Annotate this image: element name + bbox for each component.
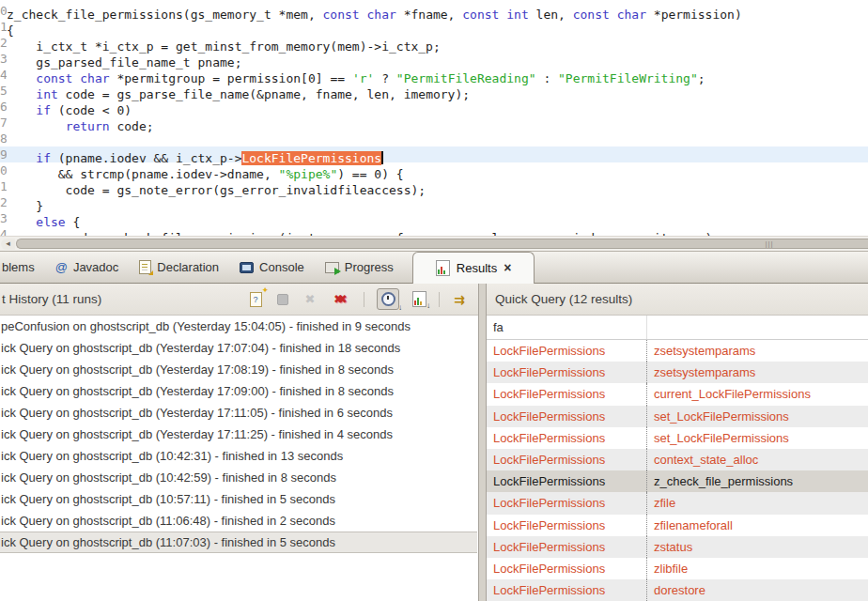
tab-progress[interactable]: Progress (325, 260, 394, 274)
query-history-item[interactable]: ick Query on ghostscript_db (Yesterday 1… (0, 380, 477, 402)
result-filter-row[interactable]: fa (487, 316, 868, 340)
quick-query-panel: Quick Query (12 results) fa LockFilePerm… (486, 284, 868, 601)
toolbar-separator (364, 292, 364, 307)
result-cell-variable[interactable]: LockFilePermissions (487, 383, 646, 405)
scroll-left-button[interactable]: ◂ (1, 239, 15, 250)
code-token: z_check_file_permissions(gs_memory_t *me… (7, 8, 323, 22)
declaration-icon (139, 260, 151, 274)
result-cell-function[interactable]: zsetsystemparams (646, 340, 868, 362)
result-cell-variable[interactable]: LockFilePermissions (487, 536, 646, 558)
result-cell-variable[interactable]: LockFilePermissions (487, 579, 646, 601)
query-history-item[interactable]: ick Query on ghostscript_db (11:06:48) -… (0, 510, 477, 532)
query-history-item[interactable]: ick Query on ghostscript_db (Yesterday 1… (0, 402, 477, 424)
result-row[interactable]: LockFilePermissionszlibfile (487, 558, 868, 579)
query-history-item[interactable]: ick Query on ghostscript_db (Yesterday 1… (0, 337, 477, 359)
query-history-item[interactable]: ick Query on ghostscript_db (11:07:03) -… (0, 532, 477, 553)
current-code-line[interactable]: 9 if (pname.iodev && i_ctx_p->LockFilePe… (0, 146, 868, 162)
code-token (610, 8, 617, 22)
result-cell-variable[interactable]: LockFilePermissions (487, 449, 646, 470)
link-with-editor-button[interactable]: ⇉ (452, 291, 467, 307)
result-row[interactable]: LockFilePermissionszfile (487, 492, 868, 514)
remove-all-runs-button[interactable]: ✖✖ (330, 291, 351, 307)
editor-horizontal-scrollbar[interactable]: ◂ ||| (0, 236, 868, 251)
new-query-button[interactable]: ? ✦ (248, 291, 263, 307)
result-cell-variable[interactable]: LockFilePermissions (487, 362, 646, 383)
result-cell-variable[interactable]: LockFilePermissions (487, 340, 646, 362)
result-cell-variable[interactable]: LockFilePermissions (487, 406, 646, 427)
scrollbar-thumb[interactable] (16, 239, 868, 249)
stop-query-button[interactable] (275, 291, 290, 307)
results-view: t History (11 runs) ? ✦ ✖ ✖✖ ↓ ↓ (0, 284, 868, 601)
line-number: 0 (0, 162, 7, 178)
remove-run-button[interactable]: ✖ (302, 291, 318, 307)
result-cell-function[interactable]: zstatus (646, 536, 868, 558)
code-line[interactable]: 0 && strcmp(pname.iodev->dname, "%pipe%"… (0, 162, 868, 178)
show-query-history-toggle[interactable]: ↓ (377, 288, 399, 310)
show-results-menu-button[interactable]: ↓ (411, 291, 426, 307)
result-row[interactable]: LockFilePermissionszsetsystemparams (487, 340, 868, 362)
result-cell-variable[interactable]: LockFilePermissions (487, 470, 646, 492)
tab-javadoc[interactable]: @ Javadoc (55, 260, 119, 274)
tab-problems[interactable]: blems (2, 260, 35, 274)
filter-input[interactable]: fa (487, 316, 647, 339)
code-token: const (462, 8, 499, 22)
query-history-item[interactable]: ick Query on ghostscript_db (10:57:11) -… (0, 488, 477, 510)
result-row[interactable]: LockFilePermissionsdorestore (487, 579, 868, 601)
result-cell-function[interactable]: dorestore (646, 579, 868, 601)
result-row[interactable]: LockFilePermissionsset_LockFilePermissio… (487, 427, 868, 449)
result-cell-variable[interactable]: LockFilePermissions (487, 558, 646, 579)
result-row[interactable]: LockFilePermissionscontext_state_alloc (487, 449, 868, 470)
tab-label: Console (259, 260, 304, 274)
result-cell-function[interactable]: context_state_alloc (646, 449, 868, 470)
result-cell-function[interactable]: zsetsystemparams (646, 362, 868, 383)
close-icon[interactable]: × (504, 261, 511, 274)
tab-declaration[interactable]: Declaration (139, 260, 219, 274)
panel-sash[interactable] (479, 284, 486, 601)
query-history-item[interactable]: ick Query on ghostscript_db (10:42:59) -… (0, 467, 477, 488)
tab-results[interactable]: Results × (412, 252, 535, 284)
code-line[interactable]: 5 int code = gs_parse_file_name(&pname, … (0, 83, 868, 99)
result-cell-function[interactable]: zfile (646, 492, 868, 514)
result-cell-function[interactable]: set_LockFilePermissions (646, 406, 868, 427)
result-cell-variable[interactable]: LockFilePermissions (487, 427, 646, 449)
line-number: 2 (0, 194, 7, 210)
stop-icon (277, 294, 288, 305)
code-token: char (617, 8, 646, 22)
code-line[interactable]: 1 code = gs_note_error(gs_error_invalidf… (0, 178, 868, 194)
code-line[interactable]: 0z_check_file_permissions(gs_memory_t *m… (0, 3, 868, 19)
code-token: const (573, 8, 610, 22)
quick-query-title: Quick Query (12 results) (487, 292, 632, 306)
result-row[interactable]: LockFilePermissionscurrent_LockFilePermi… (487, 383, 868, 405)
code-line[interactable]: 2 i_ctx_t *i_ctx_p = get_minst_from_memo… (0, 35, 868, 51)
code-token: len, (529, 8, 573, 22)
code-line[interactable]: 3 else { (0, 210, 868, 226)
tab-console[interactable]: Console (240, 260, 304, 274)
code-editor[interactable]: 0z_check_file_permissions(gs_memory_t *m… (0, 0, 868, 236)
code-line[interactable]: 4 const char *permitgroup = permission[0… (0, 67, 868, 83)
result-cell-function[interactable]: set_LockFilePermissions (646, 427, 868, 449)
query-history-item[interactable]: peConfusion on ghostscript_db (Yesterday… (0, 316, 477, 337)
filter-column-2[interactable] (647, 316, 868, 339)
result-row[interactable]: LockFilePermissionszstatus (487, 536, 868, 558)
code-line[interactable]: 4 code = check_file_permissions(i_ctx_p,… (0, 226, 868, 236)
line-number: 8 (0, 131, 7, 146)
query-history-item[interactable]: ick Query on ghostscript_db (10:42:31) -… (0, 445, 477, 467)
result-cell-function[interactable]: current_LockFilePermissions (646, 383, 868, 405)
line-number: 5 (0, 83, 7, 99)
query-history-item[interactable]: ick Query on ghostscript_db (Yesterday 1… (0, 359, 477, 380)
line-number: 9 (0, 146, 7, 162)
code-line[interactable]: 7 return code; (0, 115, 868, 131)
sparkle-icon: ✦ (261, 285, 269, 295)
result-cell-function[interactable]: zfilenameforall (646, 515, 868, 536)
result-row[interactable]: LockFilePermissionsz_check_file_permissi… (487, 470, 868, 492)
result-row[interactable]: LockFilePermissionszfilenameforall (487, 515, 868, 536)
result-cell-function[interactable]: z_check_file_permissions (646, 470, 868, 492)
result-row[interactable]: LockFilePermissionszsetsystemparams (487, 362, 868, 383)
chart-icon (412, 291, 426, 307)
query-history-panel: t History (11 runs) ? ✦ ✖ ✖✖ ↓ ↓ (0, 284, 479, 601)
result-cell-variable[interactable]: LockFilePermissions (487, 515, 646, 536)
result-row[interactable]: LockFilePermissionsset_LockFilePermissio… (487, 406, 868, 427)
result-cell-function[interactable]: zlibfile (646, 558, 868, 579)
query-history-item[interactable]: ick Query on ghostscript_db (Yesterday 1… (0, 424, 477, 445)
result-cell-variable[interactable]: LockFilePermissions (487, 492, 646, 514)
